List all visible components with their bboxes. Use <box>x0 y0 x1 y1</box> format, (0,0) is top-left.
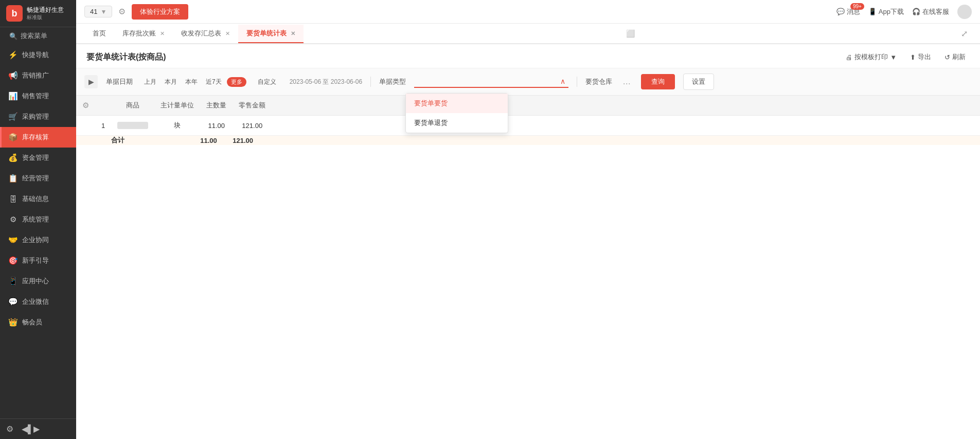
tab-库存批次账[interactable]: 库存批次账✕ <box>114 25 173 43</box>
warehouse-dots-icon[interactable]: … <box>622 77 631 86</box>
dropdown-item-要货单退货[interactable]: 要货单退货 <box>406 113 508 133</box>
sidebar-item-quick-nav[interactable]: ⚡ 快捷导航 <box>0 45 76 65</box>
row-empty <box>76 116 95 136</box>
app-logo-icon: b <box>6 5 23 22</box>
tab-close-icon[interactable]: ✕ <box>291 30 295 37</box>
user-avatar[interactable] <box>957 5 972 19</box>
sidebar-item-finance[interactable]: 💰 资金管理 <box>0 148 76 168</box>
warehouse-label: 要货仓库 <box>585 77 612 86</box>
sidebar-item-guide[interactable]: 🎯 新手引导 <box>0 250 76 271</box>
sidebar-item-inventory[interactable]: 📦 库存核算 <box>0 127 76 148</box>
sidebar-item-purchase[interactable]: 🛒 采购管理 <box>0 106 76 127</box>
service-btn[interactable]: 🎧 在线客服 <box>912 7 949 16</box>
collapse-footer-icon[interactable]: ◀▌▶ <box>22 424 40 434</box>
dropdown-item-要货单要货[interactable]: 要货单要货 <box>406 94 508 113</box>
tab-label: 首页 <box>93 29 106 38</box>
sidebar-item-enterprise[interactable]: 🤝 企业协同 <box>0 230 76 250</box>
tab-要货单统计表[interactable]: 要货单统计表✕ <box>238 25 304 43</box>
type-dropdown: 要货单要货要货单退货 <box>405 93 508 133</box>
sidebar-icon-enterprise: 🤝 <box>8 235 18 245</box>
tab-首页[interactable]: 首页 <box>84 25 114 43</box>
search-icon: 🔍 <box>9 32 17 40</box>
col-amount: 零售金额 <box>233 96 272 116</box>
settings-btn[interactable]: 设置 <box>683 74 714 90</box>
type-arrow-icon[interactable]: ∧ <box>560 77 565 85</box>
sidebar-item-appstore[interactable]: 📱 应用中心 <box>0 271 76 291</box>
sidebar-item-wechat[interactable]: 💬 企业微信 <box>0 291 76 312</box>
msg-btn[interactable]: 💬 消息 99+ <box>836 7 860 16</box>
sidebar-icon-system: ⚙ <box>8 214 18 225</box>
num-display[interactable]: 41 ▼ <box>84 6 112 17</box>
refresh-btn[interactable]: ↺ 刷新 <box>940 50 970 64</box>
num-dropdown-arrow[interactable]: ▼ <box>100 8 106 15</box>
tab-label: 库存批次账 <box>122 29 156 38</box>
sidebar-label-wechat: 企业微信 <box>22 297 49 306</box>
sidebar-item-system[interactable]: ⚙ 系统管理 <box>0 209 76 230</box>
date-last-month[interactable]: 上月 <box>141 77 159 87</box>
topbar: 41 ▼ ⚙ 体验行业方案 💬 消息 99+ 📱 App下载 🎧 在线客服 <box>76 0 980 24</box>
tab-close-icon[interactable]: ✕ <box>160 30 165 37</box>
tab-收发存汇总表[interactable]: 收发存汇总表✕ <box>173 25 238 43</box>
sidebar-logo: b 畅捷通好生意 标准版 <box>0 0 76 27</box>
date-label: 单据日期 <box>106 77 133 86</box>
sidebar-item-operation[interactable]: 📋 经营管理 <box>0 168 76 189</box>
date-this-month[interactable]: 本月 <box>162 77 180 87</box>
filter-bar: ▶ 单据日期 上月 本月 本年 近7天 更多 自定义 2023-05-06 至 … <box>76 68 980 96</box>
sidebar-icon-quick-nav: ⚡ <box>8 50 18 60</box>
row-no: 1 <box>95 116 111 136</box>
col-gear[interactable]: ⚙ <box>76 96 95 116</box>
sidebar-icon-operation: 📋 <box>8 173 18 184</box>
date-7days[interactable]: 近7天 <box>203 77 225 87</box>
tabbar: 首页库存批次账✕收发存汇总表✕要货单统计表✕⬜ ⤢ <box>76 24 980 44</box>
sidebar-icon-inventory: 📦 <box>8 132 18 142</box>
date-this-year[interactable]: 本年 <box>182 77 201 87</box>
sidebar-label-inventory: 库存核算 <box>22 133 49 142</box>
refresh-icon: ↺ <box>945 53 950 61</box>
export-btn[interactable]: ⬆ 导出 <box>906 50 935 64</box>
goods-blurred <box>117 122 148 129</box>
sidebar-label-guide: 新手引导 <box>22 256 49 265</box>
row-goods <box>111 116 154 136</box>
footer-empty-3 <box>154 136 200 145</box>
sidebar-item-marketing[interactable]: 📢 营销推广 <box>0 65 76 86</box>
sidebar-icon-member: 👑 <box>8 317 18 327</box>
date-more[interactable]: 更多 <box>227 77 246 87</box>
page-actions: 🖨 按模板打印 ▼ ⬆ 导出 ↺ 刷新 <box>842 50 970 64</box>
row-qty: 11.00 <box>200 116 233 136</box>
topbar-gear-icon[interactable]: ⚙ <box>116 5 128 19</box>
sidebar-item-member[interactable]: 👑 畅会员 <box>0 312 76 333</box>
filter-divider-1 <box>370 77 371 87</box>
print-expand-icon[interactable]: ▼ <box>890 53 897 61</box>
print-btn[interactable]: 🖨 按模板打印 ▼ <box>842 50 901 64</box>
sidebar-icon-finance: 💰 <box>8 153 18 163</box>
sidebar-label-operation: 经营管理 <box>22 174 49 183</box>
date-range-display: 2023-05-06 至 2023-06-06 <box>290 78 362 86</box>
sidebar-item-sales[interactable]: 📊 销售管理 <box>0 86 76 106</box>
sidebar-search[interactable]: 🔍 搜索菜单 <box>0 27 76 45</box>
filter-toggle-btn[interactable]: ▶ <box>84 75 98 88</box>
query-btn[interactable]: 查询 <box>641 74 675 89</box>
sidebar-label-basic: 基础信息 <box>22 194 49 204</box>
footer-qty: 11.00 <box>200 136 233 145</box>
tab-fullscreen-icon[interactable]: ⤢ <box>957 29 972 39</box>
tab-close-icon[interactable]: ✕ <box>225 30 230 37</box>
content-area: 要货单统计表(按商品) 🖨 按模板打印 ▼ ⬆ 导出 ↺ 刷新 ▶ <box>76 44 980 439</box>
trial-btn[interactable]: 体验行业方案 <box>132 4 188 20</box>
sidebar-icon-basic: 🗄 <box>8 194 18 204</box>
date-custom-btn[interactable]: 自定义 <box>255 77 279 87</box>
settings-footer-icon[interactable]: ⚙ <box>6 424 13 434</box>
footer-empty-1 <box>76 136 95 145</box>
app-download-btn[interactable]: 📱 App下载 <box>868 7 904 16</box>
sidebar-label-marketing: 营销推广 <box>22 71 49 80</box>
sidebar-icon-guide: 🎯 <box>8 255 18 266</box>
tab-expand-icon[interactable]: ⬜ <box>622 29 639 38</box>
service-icon: 🎧 <box>912 8 920 15</box>
table-footer-row: 合计 11.00 121.00 <box>76 136 980 145</box>
sidebar-icon-wechat: 💬 <box>8 297 18 307</box>
app-icon: 📱 <box>868 8 877 15</box>
table-row: 1 块 11.00 121.00 <box>76 116 980 136</box>
date-shortcuts: 上月 本月 本年 近7天 更多 <box>141 77 246 87</box>
type-input[interactable]: ∧ <box>414 76 568 88</box>
main-area: 41 ▼ ⚙ 体验行业方案 💬 消息 99+ 📱 App下载 🎧 在线客服 <box>76 0 980 439</box>
sidebar-item-basic[interactable]: 🗄 基础信息 <box>0 189 76 209</box>
